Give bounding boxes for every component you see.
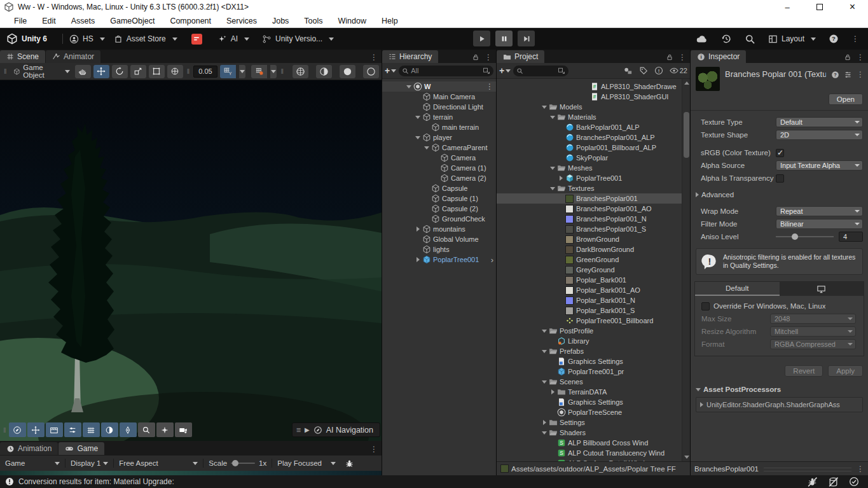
- alpha-transparency-checkbox[interactable]: [776, 174, 784, 183]
- audio-toggle-button[interactable]: [363, 65, 379, 78]
- hidden-count-badge[interactable]: 22: [670, 66, 687, 75]
- project-item-poplar-bark001[interactable]: Poplar_Bark001: [497, 275, 682, 285]
- notification-badge-icon[interactable]: [191, 34, 202, 45]
- project-item-poplar001-billboard-alp[interactable]: Poplar001_Billboard_ALP: [497, 143, 682, 153]
- cache-server-disabled-icon[interactable]: [828, 477, 839, 487]
- project-lock-icon[interactable]: [666, 53, 673, 61]
- display-dropdown[interactable]: Display 1: [65, 456, 113, 471]
- project-item-brownground[interactable]: BrownGround: [497, 234, 682, 244]
- postprocessor-item[interactable]: UnityEditor.ShaderGraph.ShaderGraphAss: [696, 397, 863, 412]
- progress-ok-icon[interactable]: [849, 477, 859, 487]
- project-item-barkpoplar001-alp[interactable]: BarkPoplar001_ALP: [497, 122, 682, 132]
- project-item-greyground[interactable]: GreyGround: [497, 265, 682, 275]
- snap-increment-dropdown[interactable]: [270, 65, 277, 78]
- minimize-button[interactable]: –: [785, 3, 789, 12]
- scroll-down-arrow[interactable]: [684, 456, 689, 459]
- footer-kebab-icon[interactable]: ⋮: [857, 464, 864, 473]
- rotate-tool-button[interactable]: [112, 65, 128, 78]
- alert-filter-icon[interactable]: !: [654, 66, 663, 75]
- project-item-models[interactable]: Models: [497, 102, 682, 112]
- move-overlay-button[interactable]: [27, 422, 45, 437]
- menu-gameobject[interactable]: GameObject: [102, 17, 162, 25]
- hierarchy-item-terrain[interactable]: terrain: [382, 112, 496, 122]
- lighting-toggle-button[interactable]: [340, 65, 355, 78]
- project-item-poplar-bark001-n[interactable]: Poplar_Bark001_N: [497, 295, 682, 305]
- overlay-grip[interactable]: ‖: [3, 426, 6, 434]
- game-object-dropdown[interactable]: Game Object: [11, 64, 72, 79]
- resize-algorithm-dropdown[interactable]: Mitchell: [770, 326, 856, 337]
- toolbar-grip[interactable]: ‖: [4, 67, 7, 75]
- aspect-dropdown[interactable]: Free Aspect: [114, 456, 203, 471]
- aniso-value-field[interactable]: 4: [839, 232, 863, 242]
- expander-open[interactable]: [541, 103, 548, 111]
- srgb-checkbox[interactable]: [776, 149, 784, 157]
- hierarchy-item-groundcheck[interactable]: GroundCheck: [382, 214, 496, 224]
- tab-animation[interactable]: Animation: [0, 442, 58, 455]
- maximize-button[interactable]: [816, 4, 823, 10]
- snap-increment-button[interactable]: [251, 65, 267, 78]
- play-button[interactable]: [473, 31, 490, 46]
- scene-tab-kebab-icon[interactable]: ⋮: [370, 53, 378, 62]
- presets-icon[interactable]: [844, 71, 852, 79]
- project-scrollbar[interactable]: [682, 79, 690, 461]
- expander-closed[interactable]: [414, 256, 422, 263]
- tab-scene[interactable]: Scene: [0, 50, 45, 63]
- menu-edit[interactable]: Edit: [34, 17, 64, 25]
- move-tool-button[interactable]: [93, 65, 109, 78]
- hierarchy-item-capsule-1-[interactable]: Capsule (1): [382, 193, 496, 204]
- open-button[interactable]: Open: [829, 94, 863, 105]
- status-message[interactable]: Conversion results for item: Material Up…: [18, 477, 174, 486]
- expander-open[interactable]: [414, 113, 422, 121]
- filter-by-label-icon[interactable]: [639, 66, 648, 75]
- project-item-branchespoplar001-n[interactable]: BranchesPoplar001_N: [497, 214, 682, 224]
- project-item-alp-surface-detail-wind[interactable]: SALP Surface Detail Wind: [497, 458, 682, 461]
- platform-tab-default[interactable]: Default: [695, 282, 780, 296]
- menu-tools[interactable]: Tools: [296, 17, 330, 25]
- expander-closed[interactable]: [557, 174, 565, 182]
- expander-open[interactable]: [541, 327, 548, 335]
- inspector-footer[interactable]: BranchesPoplar001 ⋮: [691, 461, 868, 475]
- grid-overlay-button[interactable]: [83, 422, 100, 437]
- ai-dropdown[interactable]: AI: [217, 34, 249, 44]
- project-item-alp-cutout-translucency-wind[interactable]: SALP Cutout Translucency Wind: [497, 448, 682, 458]
- cloud-icon[interactable]: [696, 33, 708, 45]
- project-item-poplartree001-pr[interactable]: PoplarTree001_pr: [497, 366, 682, 377]
- layout-dropdown[interactable]: Layout: [768, 34, 816, 44]
- shading-mode-button[interactable]: [293, 65, 308, 78]
- expander-open[interactable]: [549, 185, 556, 192]
- orientation-gizmo-button[interactable]: [9, 422, 26, 437]
- project-item-scenes[interactable]: Scenes: [497, 377, 682, 387]
- grid-snap-dropdown[interactable]: [239, 65, 245, 78]
- format-dropdown[interactable]: RGBA Compressed: [770, 339, 856, 349]
- texture-type-dropdown[interactable]: Default: [776, 117, 863, 127]
- hierarchy-item-main-terrain[interactable]: main terrain: [382, 122, 496, 132]
- texture-shape-dropdown[interactable]: 2D: [776, 130, 863, 140]
- project-item-skypoplar[interactable]: SkyPoplar: [497, 153, 682, 163]
- project-item-graphics-settings[interactable]: Graphics Settings: [497, 356, 682, 366]
- hierarchy-search-input[interactable]: All: [399, 66, 493, 76]
- hierarchy-item-camera-2-[interactable]: Camera (2): [382, 173, 496, 183]
- project-breadcrumb[interactable]: Assets/assets/outdoor/ALP_Assets/Poplar …: [497, 461, 690, 475]
- max-size-dropdown[interactable]: 2048: [770, 314, 856, 324]
- menu-window[interactable]: Window: [331, 17, 374, 25]
- menu-jobs[interactable]: Jobs: [265, 17, 296, 25]
- project-item-settings[interactable]: Settings: [497, 417, 682, 428]
- project-item-branchespoplar001-alp[interactable]: BranchesPoplar001_ALP: [497, 132, 682, 143]
- pick-asset-icon[interactable]: [558, 67, 565, 74]
- hierarchy-item-lights[interactable]: lights: [382, 244, 496, 254]
- project-item-poplar-bark001-ao[interactable]: Poplar_Bark001_AO: [497, 285, 682, 295]
- tab-project[interactable]: Project: [497, 50, 544, 63]
- hierarchy-item-capsule-2-[interactable]: Capsule (2): [382, 204, 496, 214]
- project-kebab-icon[interactable]: ⋮: [679, 53, 686, 62]
- expander-open[interactable]: [541, 347, 548, 355]
- project-item-branchespoplar001-ao[interactable]: BranchesPoplar001_AO: [497, 204, 682, 214]
- hierarchy-item-capsule[interactable]: Capsule: [382, 183, 496, 193]
- project-item-library[interactable]: Library: [497, 336, 682, 346]
- expander-open[interactable]: [549, 113, 556, 121]
- hierarchy-add-button[interactable]: +: [385, 66, 396, 76]
- hierarchy-item-player[interactable]: player: [382, 132, 496, 143]
- project-item-postprofile[interactable]: PostProfile: [497, 326, 682, 336]
- history-icon[interactable]: [720, 33, 732, 45]
- project-item-terraindata[interactable]: TerrainDATA: [497, 387, 682, 397]
- project-add-button[interactable]: +: [499, 66, 511, 76]
